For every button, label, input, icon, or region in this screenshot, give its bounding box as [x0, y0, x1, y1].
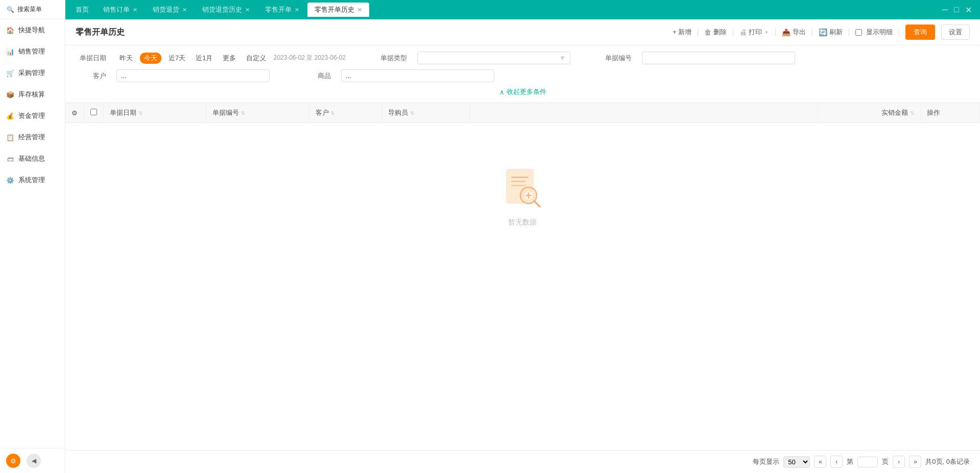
- sidebar-item-sales-mgmt[interactable]: 📊 销售管理: [0, 41, 65, 62]
- filter-area: 单据日期 昨天 今天 近7天 近1月 更多 自定义 2023-06-02 至 2…: [65, 45, 980, 103]
- date-range-display: 2023-06-02 至 2023-06-02: [273, 54, 345, 62]
- refresh-icon: 🔄: [819, 28, 827, 36]
- last-page-button[interactable]: »: [909, 456, 921, 468]
- minimize-icon[interactable]: ─: [942, 5, 948, 14]
- tab-sales-order-close[interactable]: ✕: [133, 7, 137, 13]
- table-settings-icon[interactable]: ⚙: [71, 109, 78, 117]
- page-suffix: 页: [882, 457, 889, 466]
- th-customer-label: 客户: [316, 109, 329, 116]
- svg-line-5: [534, 201, 540, 207]
- sidebar-item-label: 基础信息: [18, 154, 45, 163]
- th-actual-amount[interactable]: 实销金额 ⇅: [818, 103, 920, 123]
- table-body: 暂无数据: [65, 123, 980, 268]
- svg-rect-1: [511, 177, 529, 178]
- table-area: ⚙ 单据日期 ⇅ 单据编号 ⇅: [65, 103, 980, 450]
- date-today-btn[interactable]: 今天: [140, 53, 161, 64]
- sidebar-item-inventory[interactable]: 📦 库存核算: [0, 84, 65, 105]
- sidebar-item-base-info[interactable]: 🗃 基础信息: [0, 148, 65, 169]
- svg-rect-3: [511, 185, 527, 186]
- th-customer[interactable]: 客户 ⇅: [309, 103, 381, 123]
- first-page-button[interactable]: «: [814, 456, 826, 468]
- customer-select[interactable]: ...: [116, 69, 270, 82]
- tab-retail-open-history[interactable]: 零售开单历史 ✕: [307, 3, 369, 17]
- show-detail-button[interactable]: 显示明细: [855, 28, 893, 37]
- sidebar-search-label: 搜索菜单: [17, 5, 42, 14]
- th-settings[interactable]: ⚙: [65, 103, 84, 123]
- print-button[interactable]: 🖨 打印 ▼: [739, 28, 769, 37]
- bill-type-select[interactable]: ▼: [417, 52, 570, 64]
- sidebar-collapse-button[interactable]: ◀: [27, 454, 41, 468]
- page-label: 第: [847, 457, 853, 466]
- date-yesterday-btn[interactable]: 昨天: [116, 53, 136, 64]
- date-1month-btn[interactable]: 近1月: [193, 53, 216, 64]
- tab-sales-order[interactable]: 销售订单 ✕: [96, 3, 145, 17]
- th-checkbox: [84, 103, 104, 123]
- per-page-label: 每页显示: [753, 457, 779, 466]
- tab-sales-return-close[interactable]: ✕: [182, 7, 187, 13]
- divider5: [849, 29, 849, 36]
- per-page-select[interactable]: 50 20 100: [783, 456, 810, 468]
- tab-sales-return-history[interactable]: 销货退货历史 ✕: [195, 3, 257, 17]
- page-number-input[interactable]: 1: [857, 457, 878, 467]
- goods-filter-label: 商品: [300, 71, 331, 81]
- tab-retail-open-history-close[interactable]: ✕: [357, 7, 362, 13]
- th-date[interactable]: 单据日期 ⇅: [104, 103, 206, 123]
- tab-sales-return-history-label: 销货退货历史: [202, 5, 242, 14]
- delete-button[interactable]: 🗑 删除: [704, 28, 727, 37]
- page-title: 零售开单历史: [76, 27, 125, 38]
- export-button[interactable]: 📤 导出: [782, 28, 806, 37]
- sidebar-item-finance[interactable]: 💰 资金管理: [0, 105, 65, 127]
- bill-no-filter-label: 单据编号: [601, 54, 632, 63]
- refresh-label: 刷新: [829, 28, 843, 37]
- setting-button[interactable]: 设置: [941, 24, 970, 40]
- sidebar-bottom: ⚙ ◀: [0, 448, 65, 473]
- bill-type-dropdown-icon: ▼: [559, 54, 566, 62]
- show-detail-checkbox[interactable]: [855, 29, 862, 36]
- sidebar-item-label: 销售管理: [18, 47, 45, 56]
- th-salesperson[interactable]: 导购员 ⇅: [382, 103, 470, 123]
- sidebar-item-label: 采购管理: [18, 68, 45, 78]
- sidebar-search-item[interactable]: 🔍 搜索菜单: [0, 0, 65, 19]
- sidebar-item-quick-nav[interactable]: 🏠 快捷导航: [0, 19, 65, 41]
- prev-page-button[interactable]: ‹: [830, 456, 843, 468]
- print-icon: 🖨: [739, 28, 747, 36]
- tab-sales-return[interactable]: 销货退货 ✕: [146, 3, 194, 17]
- customer-value: ...: [121, 72, 127, 80]
- collapse-row: ∧ 收起更多条件: [76, 87, 970, 96]
- tab-home-label: 首页: [76, 5, 89, 14]
- print-dropdown-icon[interactable]: ▼: [764, 30, 769, 35]
- date-more-btn[interactable]: 更多: [220, 53, 239, 64]
- th-no-label: 单据编号: [212, 109, 239, 116]
- home-icon: 🏠: [6, 26, 14, 34]
- sidebar-item-purchase-mgmt[interactable]: 🛒 采购管理: [0, 62, 65, 84]
- tab-home[interactable]: 首页: [69, 3, 95, 17]
- sort-salesperson-icon: ⇅: [410, 110, 414, 116]
- add-button[interactable]: + 新增: [673, 28, 691, 37]
- empty-state-row: 暂无数据: [65, 123, 980, 268]
- th-no[interactable]: 单据编号 ⇅: [206, 103, 309, 123]
- bill-no-input[interactable]: [642, 52, 795, 64]
- settings-gear-button[interactable]: ⚙: [6, 454, 20, 468]
- maximize-icon[interactable]: □: [954, 5, 959, 14]
- close-window-icon[interactable]: ✕: [965, 5, 972, 15]
- divider3: [775, 29, 776, 36]
- page-header: 零售开单历史 + 新增 🗑 删除 🖨 打印 ▼ 📤: [65, 19, 980, 45]
- print-label: 打印: [749, 28, 762, 37]
- tab-retail-open-close[interactable]: ✕: [295, 7, 299, 13]
- operations-icon: 📋: [6, 133, 14, 141]
- refresh-button[interactable]: 🔄 刷新: [819, 28, 843, 37]
- divider4: [812, 29, 812, 36]
- collapse-more-button[interactable]: ∧ 收起更多条件: [499, 87, 546, 96]
- select-all-checkbox[interactable]: [90, 109, 97, 115]
- sidebar-item-system[interactable]: ⚙️ 系统管理: [0, 169, 65, 191]
- tab-sales-return-history-close[interactable]: ✕: [245, 7, 250, 13]
- next-page-button[interactable]: ›: [893, 456, 905, 468]
- date-custom-btn[interactable]: 自定义: [243, 53, 269, 64]
- goods-select[interactable]: ...: [341, 69, 494, 82]
- query-button[interactable]: 查询: [905, 24, 935, 40]
- tab-retail-open[interactable]: 零售开单 ✕: [258, 3, 306, 17]
- date-7days-btn[interactable]: 近7天: [165, 53, 188, 64]
- sidebar-item-operations[interactable]: 📋 经营管理: [0, 127, 65, 148]
- delete-label: 删除: [713, 28, 727, 37]
- main-area: 首页 销售订单 ✕ 销货退货 ✕ 销货退货历史 ✕ 零售开单 ✕ 零售开单历史 …: [65, 0, 980, 473]
